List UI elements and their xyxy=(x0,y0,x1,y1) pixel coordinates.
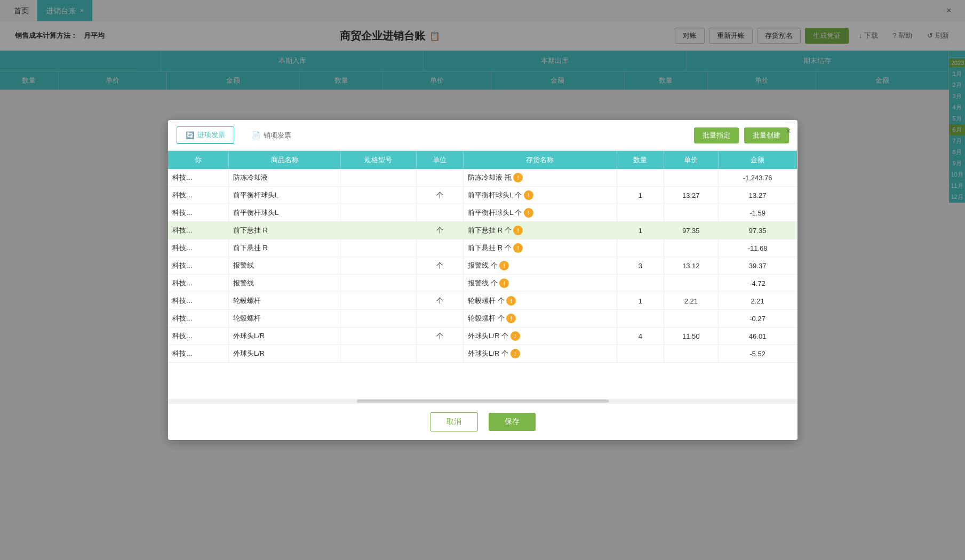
cell-inventory: 外球头L/R 个 ! xyxy=(464,327,617,345)
cell-unit: 个 xyxy=(416,187,463,204)
warn-icon: ! xyxy=(513,243,523,253)
col-unit-price: 单价 xyxy=(664,151,718,169)
cell-amount: 97.35 xyxy=(718,222,797,239)
tab-sales-invoice[interactable]: 📄 销项发票 xyxy=(243,127,300,144)
cell-company: 科技… xyxy=(168,204,229,222)
cell-amount: -4.72 xyxy=(718,275,797,292)
cell-inventory: 外球头L/R 个 ! xyxy=(464,345,617,363)
cell-unit-price: 11.50 xyxy=(664,327,718,345)
cell-quantity xyxy=(617,204,664,222)
cell-product: 前下悬挂 R xyxy=(229,239,341,257)
warn-icon: ! xyxy=(511,331,520,341)
cell-spec xyxy=(341,275,417,292)
dialog-header: 🔄 进项发票 📄 销项发票 批量指定 批量创建 × xyxy=(168,120,797,151)
cell-amount: -5.52 xyxy=(718,345,797,363)
horizontal-scrollbar[interactable] xyxy=(168,399,797,403)
cell-unit-price xyxy=(664,239,718,257)
tab-purchase-invoice[interactable]: 🔄 进项发票 xyxy=(177,126,234,144)
cell-quantity xyxy=(617,239,664,257)
cell-unit xyxy=(416,204,463,222)
cell-company: 科技… xyxy=(168,187,229,204)
warn-icon: ! xyxy=(499,261,509,270)
dialog-close-button[interactable]: × xyxy=(786,126,791,136)
cell-inventory: 前平衡杆球头L 个 ! xyxy=(464,204,617,222)
cell-inventory: 报警线 个 ! xyxy=(464,275,617,292)
cell-company: 科技… xyxy=(168,257,229,275)
cell-quantity: 1 xyxy=(617,187,664,204)
warn-icon: ! xyxy=(513,226,523,235)
cell-company: 科技… xyxy=(168,222,229,239)
cell-spec xyxy=(341,327,417,345)
cell-unit-price: 97.35 xyxy=(664,222,718,239)
col-quantity: 数量 xyxy=(617,151,664,169)
cell-unit-price xyxy=(664,310,718,327)
warn-icon: ! xyxy=(506,296,516,306)
cell-inventory: 前平衡杆球头L 个 ! xyxy=(464,187,617,204)
cell-inventory: 防冻冷却液 瓶 ! xyxy=(464,169,617,187)
cell-amount: -1,243.76 xyxy=(718,169,797,187)
cell-unit-price: 13.27 xyxy=(664,187,718,204)
cell-inventory: 前下悬挂 R 个 ! xyxy=(464,222,617,239)
warn-icon: ! xyxy=(506,314,516,323)
cell-amount: 2.21 xyxy=(718,292,797,310)
cell-product: 报警线 xyxy=(229,275,341,292)
cell-company: 科技… xyxy=(168,310,229,327)
cell-unit xyxy=(416,310,463,327)
cell-inventory: 报警线 个 ! xyxy=(464,257,617,275)
col-company: 你 xyxy=(168,151,229,169)
purchase-icon: 🔄 xyxy=(186,131,194,139)
cell-spec xyxy=(341,187,417,204)
cell-spec xyxy=(341,239,417,257)
cell-unit-price: 13.12 xyxy=(664,257,718,275)
cell-unit-price: 2.21 xyxy=(664,292,718,310)
cell-amount: -11.68 xyxy=(718,239,797,257)
cell-product: 前平衡杆球头L xyxy=(229,204,341,222)
table-row: 科技… 报警线 报警线 个 ! -4.72 xyxy=(168,275,797,292)
cell-product: 外球头L/R xyxy=(229,327,341,345)
cell-unit xyxy=(416,169,463,187)
cell-unit xyxy=(416,345,463,363)
warn-icon: ! xyxy=(524,190,533,200)
cell-company: 科技… xyxy=(168,327,229,345)
cell-product: 防冻冷却液 xyxy=(229,169,341,187)
cell-quantity xyxy=(617,310,664,327)
warn-icon: ! xyxy=(524,208,533,218)
cell-quantity xyxy=(617,275,664,292)
cell-spec xyxy=(341,345,417,363)
col-spec: 规格型号 xyxy=(341,151,417,169)
col-product-name: 商品名称 xyxy=(229,151,341,169)
table-row: 科技… 前平衡杆球头L 前平衡杆球头L 个 ! -1.59 xyxy=(168,204,797,222)
cell-quantity xyxy=(617,345,664,363)
cell-quantity: 1 xyxy=(617,292,664,310)
cell-quantity: 3 xyxy=(617,257,664,275)
batch-assign-button[interactable]: 批量指定 xyxy=(694,127,739,143)
save-button[interactable]: 保存 xyxy=(489,413,536,431)
cell-inventory: 轮毂螺杆 个 ! xyxy=(464,310,617,327)
table-row: 科技… 前下悬挂 R 个 前下悬挂 R 个 ! 1 97.35 97.35 xyxy=(168,222,797,239)
cell-unit-price xyxy=(664,169,718,187)
cell-spec xyxy=(341,169,417,187)
table-row: 科技… 报警线 个 报警线 个 ! 3 13.12 39.37 xyxy=(168,257,797,275)
scrollbar-thumb[interactable] xyxy=(357,399,609,403)
table-row: 科技… 防冻冷却液 防冻冷却液 瓶 ! -1,243.76 xyxy=(168,169,797,187)
invoice-table: 你 商品名称 规格型号 单位 存货名称 数量 单价 金额 科技… 防冻冷却液 xyxy=(168,151,797,363)
cell-amount: 13.27 xyxy=(718,187,797,204)
cell-spec xyxy=(341,292,417,310)
cell-unit xyxy=(416,239,463,257)
cell-unit-price xyxy=(664,204,718,222)
cell-company: 科技… xyxy=(168,345,229,363)
cancel-button[interactable]: 取消 xyxy=(430,412,478,431)
cell-company: 科技… xyxy=(168,239,229,257)
warn-icon: ! xyxy=(499,278,509,288)
warn-icon: ! xyxy=(513,173,523,182)
cell-product: 前平衡杆球头L xyxy=(229,187,341,204)
cell-quantity: 1 xyxy=(617,222,664,239)
dialog-overlay: 🔄 进项发票 📄 销项发票 批量指定 批量创建 × 你 商品名称 规格型号 xyxy=(0,0,965,560)
sales-icon: 📄 xyxy=(252,131,260,139)
cell-amount: -0.27 xyxy=(718,310,797,327)
cell-product: 轮毂螺杆 xyxy=(229,310,341,327)
cell-inventory: 轮毂螺杆 个 ! xyxy=(464,292,617,310)
table-header-row: 你 商品名称 规格型号 单位 存货名称 数量 单价 金额 xyxy=(168,151,797,169)
batch-create-button[interactable]: 批量创建 xyxy=(744,127,789,143)
table-row: 科技… 外球头L/R 个 外球头L/R 个 ! 4 11.50 46.01 xyxy=(168,327,797,345)
